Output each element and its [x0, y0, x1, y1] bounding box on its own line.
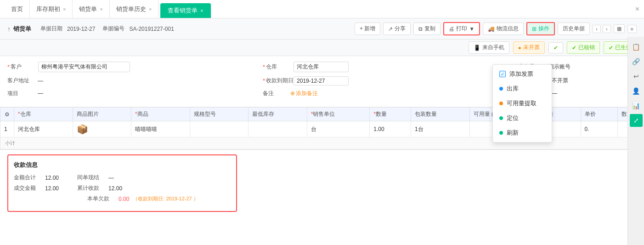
row-unit: 台	[307, 121, 370, 137]
next-button[interactable]: ›	[603, 25, 611, 33]
customer-label: 客户	[11, 63, 38, 71]
due-date-label: 收款到期日	[266, 77, 294, 85]
right-sidebar: 📋 🔗 ↩ 👤 📊 ⤢	[627, 37, 644, 245]
history-button[interactable]: 历史单据	[558, 23, 590, 35]
row-warehouse: 河北仓库	[14, 121, 73, 137]
history-label: 历史单据	[563, 25, 585, 33]
available-dot	[499, 102, 503, 105]
doc-no-value: SA-20191227-001	[129, 26, 174, 32]
address-label: 客户地址	[7, 77, 35, 85]
col-unit: *销售单位	[307, 108, 370, 121]
col-settings[interactable]: ⚙	[0, 108, 14, 121]
col-qty: *数量	[370, 108, 411, 121]
locate-label: 定位	[507, 114, 519, 122]
confirm-check-button[interactable]: ✔	[548, 42, 563, 53]
from-phone-label: 来自手机	[482, 44, 504, 51]
ticket-value: 不开票	[549, 76, 604, 85]
product-image-icon: 📦	[77, 124, 88, 134]
operations-dropdown: ✓ 添加发票 出库 可用量提取 定位 刷新	[492, 64, 552, 142]
same-order-item: 同单现结 —	[77, 174, 114, 182]
row-no: 1	[0, 121, 14, 137]
tab-home-label: 首页	[11, 5, 23, 13]
add-invoice-label: 添加发票	[509, 70, 533, 78]
check-mark: ✓	[501, 72, 504, 77]
tab-inventory-close[interactable]: ×	[63, 6, 66, 12]
col-price: 单价	[581, 108, 617, 121]
sidebar-icon-link[interactable]: 🔗	[630, 55, 643, 68]
locate-item[interactable]: 定位	[493, 111, 552, 125]
tab-view-sales-close[interactable]: ×	[200, 8, 203, 13]
print-icon: 🖨	[449, 26, 454, 32]
logistics-button[interactable]: 🚚 物流信息	[483, 23, 524, 35]
warehouse-label: 仓库	[266, 63, 294, 71]
phone-icon: 📱	[474, 45, 480, 51]
balance-label: 本单欠款	[87, 195, 115, 203]
print-button[interactable]: 🖨 打印 ▼	[443, 22, 480, 35]
due-hint: （收款到期日: 2019-12-27 ）	[133, 195, 198, 202]
outbound-dot	[499, 87, 503, 91]
available-qty-item[interactable]: 可用量提取	[493, 96, 552, 111]
cumulative-item: 累计收款 12.00	[77, 184, 122, 192]
copy-button[interactable]: ⧉ 复制	[413, 23, 441, 35]
col-warehouse: *仓库	[14, 108, 73, 121]
new-button[interactable]: + 新增	[355, 23, 380, 35]
col-product: *商品	[131, 108, 190, 121]
payment-row-1: 金额合计 12.00 同单现结 —	[14, 174, 231, 182]
sidebar-icon-chart[interactable]: 📊	[630, 99, 643, 112]
tab-view-sales[interactable]: 查看销货单 ×	[160, 3, 211, 18]
print-label: 打印	[456, 25, 467, 33]
tab-home[interactable]: 首页	[5, 0, 30, 18]
refresh-item[interactable]: 刷新	[493, 125, 552, 140]
tab-history[interactable]: 销货单历史 ×	[110, 0, 158, 18]
cumulative-value: 12.00	[108, 185, 122, 192]
tab-sales[interactable]: 销货单 ×	[73, 0, 109, 18]
project-value: —	[35, 89, 90, 97]
print-dropdown-icon: ▼	[469, 26, 475, 32]
list-view-button[interactable]: ≡	[627, 25, 637, 33]
prev-button[interactable]: ‹	[593, 25, 601, 33]
warehouse-required: *	[263, 63, 265, 70]
not-open-button[interactable]: ● 未开票	[513, 41, 545, 54]
second-toolbar: 📱 来自手机 ● 未开票 ✔ ✔ 已核销 ✔ 已生效	[0, 40, 644, 56]
doc-title: ↑ 销货单	[7, 25, 31, 33]
outbound-item[interactable]: 出库	[493, 81, 552, 96]
tab-sales-label: 销货单	[79, 5, 97, 13]
copy-label: 复制	[424, 25, 435, 33]
doc-type-icon: ↑	[7, 25, 11, 33]
not-open-label: 未开票	[523, 44, 540, 51]
sidebar-icon-expand[interactable]: ⤢	[630, 114, 643, 127]
verified-label: 已核销	[578, 44, 595, 51]
share-button[interactable]: ↗ 分享	[383, 23, 411, 35]
doc-no-field: 单据编号 SA-20191227-001	[102, 25, 174, 33]
grid-view-button[interactable]: ▦	[614, 24, 625, 33]
note-field: 备注 ⊕ 添加备注	[263, 90, 500, 97]
sidebar-icon-return[interactable]: ↩	[630, 70, 643, 83]
customer-value[interactable]: 柳州粤港平安气体有限公司	[38, 62, 130, 72]
add-note-button[interactable]: ⊕ 添加备注	[290, 90, 318, 97]
add-invoice-item[interactable]: ✓ 添加发票	[493, 67, 552, 81]
operations-button[interactable]: ⊞ 操作	[526, 22, 555, 35]
project-label: 项目	[7, 90, 35, 97]
checkbox-icon: ✓	[499, 71, 506, 77]
sidebar-icon-doc[interactable]: 📋	[630, 40, 643, 53]
address-value: —	[35, 77, 90, 85]
tab-history-close[interactable]: ×	[149, 6, 152, 12]
tab-inventory[interactable]: 库存期初 ×	[30, 0, 73, 18]
tab-sales-close[interactable]: ×	[100, 6, 102, 12]
doc-date-field: 单据日期 2019-12-27	[40, 25, 95, 33]
tab-inventory-label: 库存期初	[36, 5, 60, 13]
verified-button[interactable]: ✔ 已核销	[567, 41, 600, 54]
due-date-value[interactable]: 2019-12-27	[294, 76, 349, 85]
row-pack-qty: 1台	[411, 121, 469, 137]
main-content: ↑ 销货单 单据日期 2019-12-27 单据编号 SA-20191227-0…	[0, 18, 644, 245]
amount-label: 金额合计	[14, 174, 41, 182]
warehouse-value[interactable]: 河北仓库	[294, 62, 349, 72]
sidebar-icon-user[interactable]: 👤	[630, 85, 643, 97]
customer-required: *	[7, 63, 10, 70]
payment-title: 收款信息	[14, 161, 231, 169]
close-all-tabs[interactable]: ×	[635, 5, 639, 13]
locate-dot	[499, 116, 503, 120]
from-phone-button[interactable]: 📱 来自手机	[469, 41, 509, 54]
col-pack-qty: 包装数量	[411, 108, 469, 121]
row-product: 嘻嘻嘻嘻	[131, 121, 190, 137]
